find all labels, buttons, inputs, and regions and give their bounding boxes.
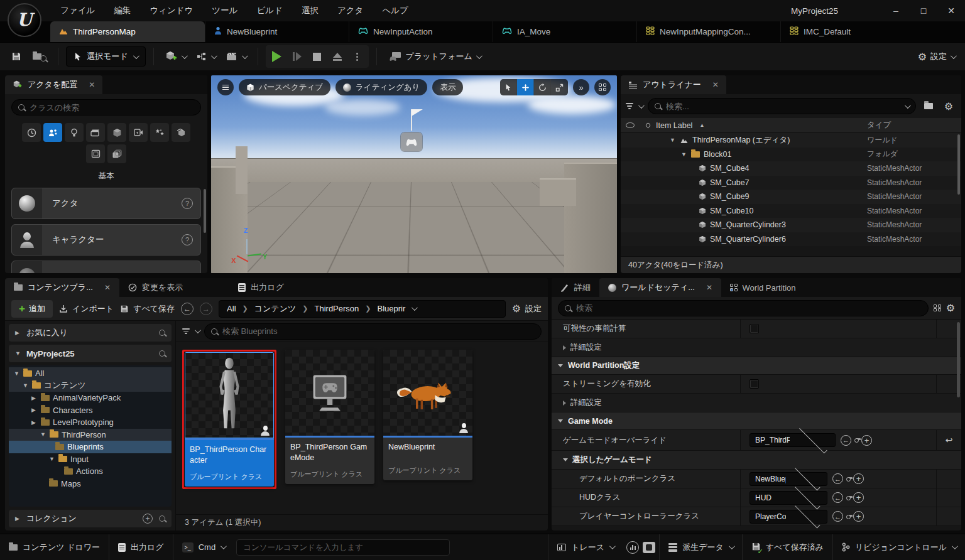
prop-advanced-collapsed-2[interactable]: 詳細設定: [552, 394, 961, 412]
add-new-icon[interactable]: [861, 435, 872, 446]
hud-class-dropdown[interactable]: HUD: [750, 491, 827, 505]
breadcrumb[interactable]: All コンテンツ ThirdPerson Blueprir: [219, 300, 506, 318]
tree-content[interactable]: コンテンツ: [9, 380, 172, 392]
content-drawer-button[interactable]: コンテンツ ドロワー: [0, 534, 109, 560]
gamepad-sprite-icon[interactable]: [401, 132, 422, 151]
close-icon[interactable]: ✕: [712, 80, 719, 89]
category-ui-icon[interactable]: [86, 144, 105, 163]
chevron-down-icon[interactable]: [195, 327, 201, 333]
category-shapes-icon[interactable]: [107, 123, 126, 142]
rotate-tool[interactable]: [534, 79, 551, 95]
add-collection-icon[interactable]: [143, 514, 153, 524]
outliner-row-mesh[interactable]: SM_QuarterCylinder3 StaticMeshActor: [621, 218, 961, 232]
revision-control-dropdown[interactable]: リビジョンコントロール: [833, 534, 965, 560]
menu-edit[interactable]: 編集: [106, 1, 138, 21]
close-icon[interactable]: ✕: [104, 283, 111, 292]
tree-maps[interactable]: Maps: [9, 478, 172, 490]
play-button[interactable]: [267, 46, 287, 67]
menu-tools[interactable]: ツール: [204, 1, 245, 21]
tree-actions[interactable]: Actions: [9, 465, 172, 478]
asset-newblueprint[interactable]: NewBlueprint ブループリント クラス: [383, 350, 472, 480]
category-particles-icon[interactable]: [150, 123, 169, 142]
player-controller-dropdown[interactable]: PlayerController: [750, 510, 827, 524]
unreal-logo-icon[interactable]: U: [8, 3, 41, 37]
category-all-classes-icon[interactable]: [107, 144, 126, 163]
add-new-icon[interactable]: [853, 492, 864, 503]
category-recent-icon[interactable]: [22, 123, 41, 142]
play-options-button[interactable]: [347, 46, 368, 67]
column-type[interactable]: タイプ: [867, 120, 961, 131]
outliner-search-field[interactable]: [648, 98, 916, 114]
level-viewport[interactable]: Z X Y パースペクティブ ライティングあり 表示: [211, 75, 617, 273]
display-grid-icon[interactable]: [934, 304, 941, 312]
select-tool[interactable]: [500, 79, 517, 95]
asset-bp-thirdpersongamemode[interactable]: BP_ThirdPerson GameMode ブループリント クラス: [285, 350, 374, 484]
tree-input[interactable]: Input: [9, 453, 172, 466]
viewport-menu-button[interactable]: [217, 79, 234, 95]
scale-tool[interactable]: [551, 79, 568, 95]
project-header[interactable]: MyProject25: [9, 345, 172, 362]
console-command-field[interactable]: [236, 539, 450, 556]
derived-data-dropdown[interactable]: 派生データ: [660, 534, 742, 560]
outliner-search-input[interactable]: [666, 102, 900, 111]
category-lights-icon[interactable]: [65, 123, 84, 142]
tree-levelprototyping[interactable]: LevelPrototyping: [9, 416, 172, 429]
collections-header[interactable]: コレクション: [9, 510, 172, 527]
move-tool[interactable]: [517, 79, 534, 95]
filter-icon[interactable]: [182, 328, 190, 334]
cinematics-button[interactable]: [222, 46, 250, 67]
lit-mode-dropdown[interactable]: ライティングあり: [335, 79, 427, 95]
use-selected-icon[interactable]: [832, 492, 843, 503]
output-log-tab[interactable]: 出力ログ: [229, 278, 293, 297]
show-dropdown[interactable]: 表示: [432, 79, 463, 95]
world-settings-tab[interactable]: ワールドセッティ... ✕: [599, 278, 721, 297]
blueprints-button[interactable]: [192, 46, 219, 67]
eject-button[interactable]: [327, 46, 347, 67]
visibility-eye-icon[interactable]: [626, 122, 635, 128]
tab-imcdefault[interactable]: IMC_Default: [780, 21, 924, 42]
forward-button[interactable]: →: [200, 303, 212, 315]
use-selected-icon[interactable]: [832, 473, 843, 484]
browse-content-button[interactable]: [29, 46, 50, 67]
outliner-row-folder[interactable]: Block01 フォルダ: [621, 148, 961, 162]
class-search-field[interactable]: [11, 99, 201, 116]
outliner-row-mesh[interactable]: SM_Cube4 StaticMeshActor: [621, 161, 961, 176]
tree-animalvarietypack[interactable]: AnimalVarietyPack: [9, 392, 172, 404]
chevron-down-icon[interactable]: [905, 102, 911, 109]
chevron-down-icon[interactable]: [412, 304, 418, 311]
skip-button[interactable]: [287, 46, 307, 67]
content-browser-tab[interactable]: コンテンツブラ... ✕: [5, 278, 119, 297]
save-all-button[interactable]: すべて保存: [120, 303, 175, 315]
tree-blueprints[interactable]: Blueprints: [9, 441, 172, 453]
cmd-dropdown[interactable]: Cmd: [173, 534, 234, 560]
search-icon[interactable]: [159, 350, 165, 357]
tab-iamove[interactable]: IA_Move: [493, 21, 636, 42]
asset-search-input[interactable]: [222, 326, 535, 336]
settings-search-input[interactable]: [576, 303, 922, 313]
place-item-actor[interactable]: アクタ: [11, 188, 201, 219]
outliner-row-mesh[interactable]: SM_Cube7 StaticMeshActor: [621, 176, 961, 190]
class-search-input[interactable]: [30, 103, 194, 112]
more-tools-button[interactable]: »: [573, 79, 589, 95]
chevron-down-icon[interactable]: [638, 102, 645, 109]
place-actors-tab[interactable]: アクタを配置 ✕: [5, 75, 102, 94]
snapshot-button[interactable]: [643, 534, 659, 560]
search-icon[interactable]: [159, 515, 165, 522]
prop-advanced-collapsed[interactable]: 詳細設定: [552, 338, 961, 357]
outliner-row-mesh[interactable]: SM_Cube10 StaticMeshActor: [621, 204, 961, 218]
category-basic-icon[interactable]: [43, 123, 62, 142]
menu-build[interactable]: ビルド: [249, 1, 290, 21]
place-item-partial[interactable]: [11, 261, 201, 273]
save-status-button[interactable]: すべて保存済み: [743, 534, 832, 560]
save-button[interactable]: [6, 46, 26, 67]
outliner-row-world[interactable]: ThirdPersonMap (エディタ) ワールド: [621, 133, 961, 148]
use-selected-icon[interactable]: [832, 511, 843, 522]
select-mode-dropdown[interactable]: 選択モード: [66, 46, 146, 67]
add-button[interactable]: 追加: [11, 300, 53, 318]
favorites-header[interactable]: お気に入り: [9, 324, 172, 342]
scrollbar[interactable]: [204, 189, 206, 233]
use-selected-icon[interactable]: [841, 435, 851, 446]
pin-icon[interactable]: [645, 122, 651, 129]
tree-thirdperson[interactable]: ThirdPerson: [9, 429, 172, 441]
breadcrumb-thirdperson[interactable]: ThirdPerson: [315, 304, 359, 313]
